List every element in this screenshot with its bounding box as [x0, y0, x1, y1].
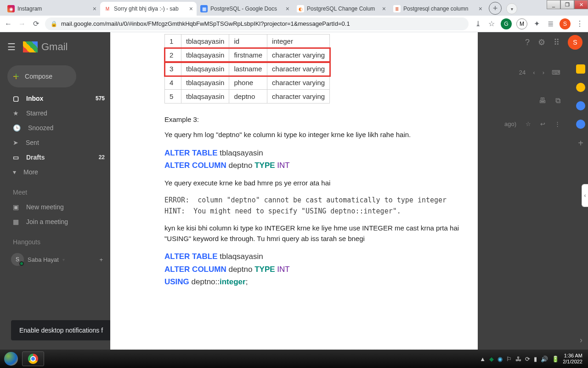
notification-toast[interactable]: Enable desktop notifications f [11, 320, 111, 340]
taskbar-chrome[interactable] [22, 351, 44, 366]
lock-icon: 🔒 [51, 21, 57, 27]
window-minimize[interactable]: _ [547, 0, 560, 9]
cell-table: tblaqsayasin [181, 48, 229, 62]
url-field[interactable]: 🔒 mail.google.com/mail/u/0/#inbox/FMfcgz… [45, 17, 469, 30]
sidebar-item-more[interactable]: ▾More [4, 165, 110, 179]
row-number: 3 [165, 62, 181, 76]
window-maximize[interactable]: ❐ [560, 0, 574, 9]
nav-icon: ▢ [13, 95, 19, 102]
support-icon[interactable]: ? [525, 38, 530, 47]
tab-search-button[interactable]: ▾ [506, 3, 517, 14]
hangouts-user-row[interactable]: S Saba Hayat ▾ + [4, 249, 110, 270]
tray-battery-icon[interactable]: 🔋 [552, 356, 559, 362]
extensions-icon[interactable]: ✦ [532, 19, 541, 28]
nav-icon: 🕒 [13, 124, 21, 132]
row-number: 1 [165, 34, 181, 48]
tray-update-icon[interactable]: ⟳ [525, 356, 530, 362]
bookmark-star-icon[interactable]: ☆ [487, 19, 496, 28]
reload-button[interactable]: ⟳ [31, 19, 40, 28]
side-panel-collapse[interactable]: ‹ [582, 184, 588, 207]
start-button[interactable] [2, 351, 20, 366]
back-button[interactable]: ← [4, 20, 13, 28]
taskbar-clock[interactable]: 1:36 AM 2/1/2022 [563, 353, 582, 365]
browser-tab[interactable]: ▦PostgreSQL - Google Docs× [197, 2, 293, 16]
window-close[interactable]: ✕ [574, 0, 588, 9]
url-text: mail.google.com/mail/u/0/#inbox/FMfcgzGm… [61, 20, 350, 27]
sidebar-item-starred[interactable]: ★Starred [4, 106, 110, 121]
side-panel-next-icon[interactable]: › [580, 335, 582, 345]
sidebar-item-sent[interactable]: ➤Sent [4, 135, 110, 150]
keyboard-icon: ▦ [13, 218, 19, 225]
star-icon[interactable]: ☆ [526, 121, 531, 127]
tab-favicon: M [104, 5, 111, 12]
tab-close-icon[interactable]: × [93, 5, 96, 12]
calendar-addon-icon[interactable] [576, 64, 585, 74]
prev-page-icon[interactable]: ‹ [533, 69, 535, 76]
cell-table: tblaqsayasin [181, 90, 229, 104]
tray-network-icon[interactable]: 🖧 [515, 356, 521, 362]
tray-up-icon[interactable]: ▲ [480, 356, 486, 362]
cell-type: character varying [267, 90, 330, 104]
hangouts-add[interactable]: + [99, 256, 103, 263]
addons-plus-icon[interactable]: + [578, 138, 583, 149]
nav-label: Inbox [26, 95, 43, 102]
tray-wifi-icon[interactable]: ▮ [534, 356, 537, 362]
profile-avatar[interactable]: S [560, 18, 571, 29]
tray-app-icon[interactable]: ◉ [498, 356, 503, 362]
meet-join[interactable]: ▦Join a meeting [4, 214, 110, 229]
gmail-sidebar: + Compose ▢Inbox575★Starred🕒Snoozed➤Sent… [0, 62, 110, 270]
reading-list-icon[interactable]: ≣ [546, 19, 555, 28]
browser-tab[interactable]: ◐PostgreSQL Change Colum× [293, 2, 390, 16]
browser-tab[interactable]: MSorry ghlt bhj diya :-) - sab× [100, 2, 197, 16]
tab-close-icon[interactable]: × [479, 5, 482, 12]
compose-label: Compose [25, 73, 52, 80]
kebab-menu-icon[interactable]: ⋮ [575, 19, 584, 28]
keep-addon-icon[interactable] [576, 83, 585, 92]
tray-flag-icon[interactable]: ⚐ [506, 356, 512, 362]
tab-close-icon[interactable]: × [382, 5, 386, 12]
install-icon[interactable]: ⤓ [473, 19, 482, 28]
next-page-icon[interactable]: › [543, 69, 544, 76]
meet-new[interactable]: ▣New meeting [4, 200, 110, 214]
time-ago: ago) [504, 121, 516, 127]
sidebar-item-inbox[interactable]: ▢Inbox575 [4, 91, 110, 106]
error-output: ERROR: column "deptno" cannot be cast au… [164, 195, 467, 217]
extension-icon[interactable]: M [516, 18, 527, 29]
tray-shield-icon[interactable]: ◆ [489, 356, 494, 362]
nav-icon: ▾ [13, 168, 16, 176]
tab-title: Sorry ghlt bhj diya :-) - sab [114, 6, 187, 12]
new-tab-button[interactable]: + [489, 2, 502, 15]
table-row: 2tblaqsayasinfirstnamecharacter varying [165, 48, 330, 62]
account-avatar[interactable]: S [568, 35, 582, 50]
more-icon[interactable]: ⋮ [554, 121, 560, 127]
forward-button[interactable]: → [17, 20, 27, 28]
browser-tab[interactable]: ≣Postgresql change column× [390, 2, 486, 16]
cell-column: id [229, 34, 267, 48]
compose-button[interactable]: + Compose [7, 65, 76, 87]
cell-column: deptno [229, 90, 267, 104]
tab-close-icon[interactable]: × [189, 5, 193, 12]
apps-grid-icon[interactable]: ⠿ [554, 37, 560, 47]
tab-close-icon[interactable]: × [286, 5, 289, 12]
contacts-addon-icon[interactable] [576, 120, 585, 129]
sidebar-item-drafts[interactable]: ▭Drafts22 [4, 150, 110, 165]
browser-tab[interactable]: ◉Instagram× [4, 2, 100, 16]
table-row: 4tblaqsayasinphonecharacter varying [165, 76, 330, 90]
hamburger-icon[interactable]: ☰ [7, 41, 16, 52]
columns-table: 1tblaqsayasinidinteger2tblaqsayasinfirst… [164, 34, 330, 104]
reply-icon[interactable]: ↩ [540, 121, 545, 127]
gmail-logo[interactable]: Gmail [23, 41, 68, 53]
settings-gear-icon[interactable]: ⚙ [538, 37, 545, 47]
tab-strip: ◉Instagram×MSorry ghlt bhj diya :-) - sa… [0, 0, 588, 16]
cell-type: character varying [267, 62, 330, 76]
print-icon[interactable]: 🖶 [539, 97, 546, 105]
nav-label: Drafts [26, 154, 45, 161]
extension-grammarly-icon[interactable]: G [501, 18, 512, 29]
input-tool-icon[interactable]: ⌨ [552, 69, 560, 76]
sidebar-item-snoozed[interactable]: 🕒Snoozed [4, 121, 110, 135]
tasks-addon-icon[interactable] [576, 101, 585, 110]
sql-block-2: ALTER TABLE tblaqsayasin ALTER COLUMN de… [164, 250, 467, 288]
open-new-icon[interactable]: ⧉ [555, 97, 560, 105]
tray-volume-icon[interactable]: 🔊 [541, 356, 548, 362]
nav-icon: ★ [13, 109, 19, 117]
